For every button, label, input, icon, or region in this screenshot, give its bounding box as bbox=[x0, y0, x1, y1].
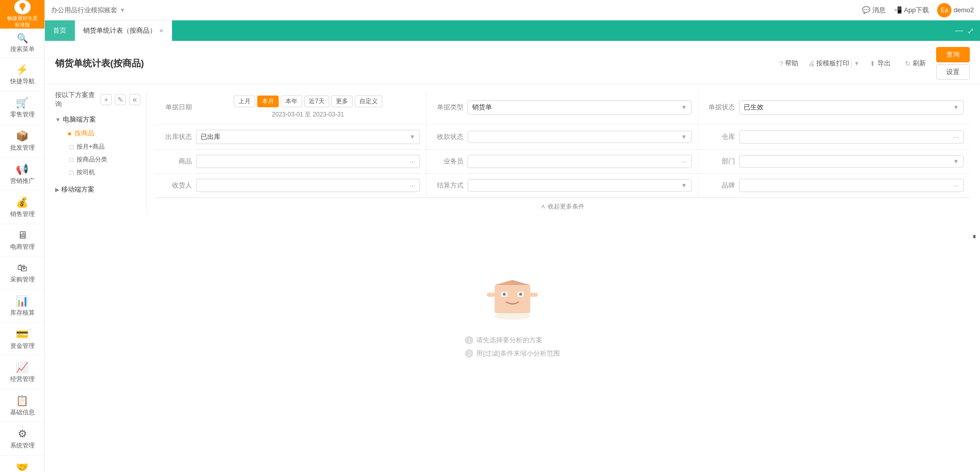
tab-minimize-icon[interactable]: — bbox=[955, 26, 963, 35]
scheme-sub-icon3: □ bbox=[69, 169, 74, 176]
department-select[interactable]: ▼ bbox=[739, 155, 964, 168]
tab-close-icon[interactable]: × bbox=[159, 27, 163, 35]
sidebar-item-wholesale[interactable]: 📦 批发管理 ▲ bbox=[0, 125, 44, 158]
marketing-icon: 📢 bbox=[16, 163, 29, 175]
tabs-bar: 首页 销货单统计表（按商品） × — ⤢ bbox=[45, 20, 980, 41]
message-button[interactable]: 💬 消息 bbox=[862, 6, 886, 15]
tab-active[interactable]: 销货单统计表（按商品） × bbox=[75, 20, 172, 41]
breadcrumb-text: 办公用品行业模拟账套 bbox=[51, 6, 117, 15]
product-input[interactable]: ··· bbox=[196, 155, 420, 168]
brand-dots-icon[interactable]: ··· bbox=[953, 181, 959, 190]
sidebar-item-quicknav[interactable]: ⚡ 快捷导航 bbox=[0, 58, 44, 91]
filter-product-field: 商品 ··· bbox=[155, 150, 427, 173]
sidebar-item-purchase[interactable]: 🛍 采购管理 bbox=[0, 257, 44, 290]
receivestatus-select[interactable]: ▼ bbox=[468, 131, 692, 143]
settings-button[interactable]: 设置 bbox=[936, 64, 970, 80]
sidebar-item-finance[interactable]: 💳 资金管理 bbox=[0, 323, 44, 356]
filter-outstatus-field: 出库状态 已出库 ▼ bbox=[155, 125, 427, 149]
date-this-month-btn[interactable]: 本月 bbox=[257, 96, 279, 107]
search-menu-item[interactable]: 🔍 搜索菜单 bbox=[0, 29, 44, 58]
app-download-label: App下载 bbox=[904, 6, 929, 15]
basic-label: 基础信息 bbox=[10, 408, 35, 417]
add-scheme-icon[interactable]: + bbox=[101, 94, 112, 105]
scheme-panel-title: 按以下方案查询 + ✎ « bbox=[55, 90, 140, 109]
sidebar-item-retail[interactable]: 🛒 零售管理 ▼ bbox=[0, 91, 44, 125]
mobile-scheme-header[interactable]: ▶ 移动端方案 bbox=[55, 183, 140, 196]
sidebar-item-marketing[interactable]: 📢 营销推广 bbox=[0, 158, 44, 191]
date-more-btn[interactable]: 更多 bbox=[331, 96, 353, 107]
department-arrow-icon: ▼ bbox=[953, 158, 959, 165]
outstatus-arrow-icon: ▼ bbox=[409, 133, 415, 140]
date-this-year-btn[interactable]: 本年 bbox=[281, 96, 302, 107]
scheme-item-label: 按商品 bbox=[75, 129, 94, 138]
scheme-item-product[interactable]: ● 按商品 bbox=[59, 126, 140, 140]
brand-input[interactable]: ··· bbox=[739, 179, 964, 192]
sidebar-item-inventory[interactable]: 📊 库存核算 bbox=[0, 290, 44, 323]
search-icon: 🔍 bbox=[17, 33, 28, 44]
app-download-button[interactable]: 📲 App下载 bbox=[894, 6, 929, 15]
settlement-label: 结算方式 bbox=[433, 181, 463, 190]
user-menu[interactable]: Ea demo2 bbox=[937, 3, 974, 17]
tab-maximize-icon[interactable]: ⤢ bbox=[967, 26, 974, 36]
svg-rect-1 bbox=[495, 285, 530, 313]
sales-icon: 💰 bbox=[16, 196, 29, 208]
collapse-bar[interactable]: ∧ 收起更多条件 bbox=[155, 198, 970, 215]
sidebar-item-cooperation[interactable]: 🤝 企业协同 bbox=[0, 456, 44, 472]
cooperation-icon: 🤝 bbox=[16, 461, 29, 472]
date-7days-btn[interactable]: 近7天 bbox=[304, 96, 329, 107]
page-content: 销货单统计表(按商品) ? 帮助 🖨 按模板打印 ▼ ⬆ 导出 bbox=[45, 41, 980, 472]
scheme-icons: + ✎ « bbox=[101, 94, 140, 105]
tab-home[interactable]: 首页 bbox=[45, 20, 75, 41]
scheme-item-month-product[interactable]: □ 按月+商品 bbox=[59, 140, 140, 153]
sidebar-item-ecommerce[interactable]: 🖥 电商管理 bbox=[0, 224, 44, 257]
page-header-actions: ? 帮助 🖨 按模板打印 ▼ ⬆ 导出 ↻ 刷新 bbox=[775, 47, 970, 80]
query-button[interactable]: 查询 bbox=[936, 47, 970, 62]
finance-icon: 💳 bbox=[16, 328, 29, 340]
scheme-item-category[interactable]: □ 按商品分类 bbox=[59, 153, 140, 166]
outstatus-select[interactable]: 已出库 ▼ bbox=[196, 130, 420, 144]
export-button[interactable]: ⬆ 导出 bbox=[866, 57, 895, 70]
date-prev-month-btn[interactable]: 上月 bbox=[234, 96, 255, 107]
filter-warehouse-field: 仓库 ··· bbox=[698, 125, 970, 149]
docstatus-select[interactable]: 已生效 ▼ bbox=[739, 100, 964, 114]
help-button[interactable]: ? 帮助 bbox=[775, 57, 802, 70]
settlement-select[interactable]: ▼ bbox=[468, 179, 692, 192]
refresh-button[interactable]: ↻ 刷新 bbox=[901, 57, 930, 70]
doctype-arrow-icon: ▼ bbox=[681, 104, 687, 111]
recipient-dots-icon[interactable]: ··· bbox=[409, 181, 415, 190]
salesperson-input[interactable]: ··· bbox=[468, 155, 692, 168]
date-custom-btn[interactable]: 自定义 bbox=[355, 96, 382, 107]
sidebar-item-sales[interactable]: 💰 销售管理 bbox=[0, 191, 44, 224]
empty-state: 1 请先选择要分析的方案 2 用[过滤]条件来缩小分析范围 bbox=[45, 221, 980, 401]
scheme-sub-label2: 按商品分类 bbox=[77, 155, 107, 164]
warehouse-dots-icon[interactable]: ··· bbox=[953, 133, 959, 141]
filter-salesperson-field: 业务员 ··· bbox=[427, 150, 698, 173]
filter-row-4: 收货人 ··· 结算方式 ▼ bbox=[155, 174, 970, 198]
product-dots-icon[interactable]: ··· bbox=[409, 157, 415, 166]
scheme-item-driver[interactable]: □ 按司机 bbox=[59, 166, 140, 179]
warehouse-input[interactable]: ··· bbox=[739, 130, 964, 144]
tip-text-2: 用[过滤]条件来缩小分析范围 bbox=[476, 347, 559, 360]
sidebar-item-basic[interactable]: 📋 基础信息 bbox=[0, 389, 44, 422]
recipient-input[interactable]: ··· bbox=[196, 179, 420, 192]
salesperson-dots-icon[interactable]: ··· bbox=[681, 157, 687, 166]
quicknav-icon: ⚡ bbox=[16, 63, 29, 76]
docstatus-arrow-icon: ▼ bbox=[953, 104, 959, 111]
tip-text-1: 请先选择要分析的方案 bbox=[476, 334, 543, 347]
app-logo: 畅捷通好生意 标准版 bbox=[0, 0, 45, 29]
desktop-scheme-header[interactable]: ▼ 电脑端方案 bbox=[55, 113, 140, 126]
salesperson-label: 业务员 bbox=[433, 157, 463, 166]
template-print-button[interactable]: 🖨 按模板打印 ▼ bbox=[808, 59, 860, 68]
print-dropdown-icon[interactable]: ▼ bbox=[854, 60, 860, 66]
desktop-scheme-items: ● 按商品 □ 按月+商品 □ 按商品分类 bbox=[59, 126, 140, 179]
sidebar-item-system[interactable]: ⚙ 系统管理 bbox=[0, 422, 44, 456]
sidebar-item-operations[interactable]: 📈 经营管理 bbox=[0, 356, 44, 389]
outstatus-value: 已出库 bbox=[201, 132, 220, 141]
filter-row-1: 单据日期 上月 本月 本年 近7天 更多 自定义 20 bbox=[155, 90, 970, 125]
doctype-select[interactable]: 销货单 ▼ bbox=[468, 100, 692, 114]
tabs-controls: — ⤢ bbox=[949, 20, 980, 41]
scheme-sub-label1: 按月+商品 bbox=[77, 143, 105, 151]
doctype-value: 销货单 bbox=[472, 103, 492, 112]
collapse-panel-icon[interactable]: « bbox=[129, 94, 140, 105]
edit-scheme-icon[interactable]: ✎ bbox=[115, 94, 126, 105]
